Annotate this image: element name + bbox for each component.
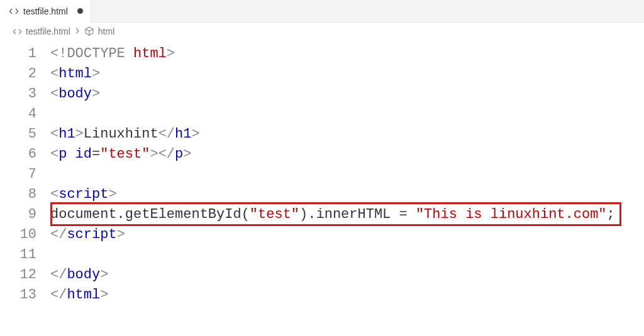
code-line[interactable] (50, 104, 644, 124)
line-number: 10 (0, 225, 36, 245)
tab-filename: testfile.html (23, 6, 68, 16)
breadcrumb-file[interactable]: testfile.html (26, 26, 70, 36)
line-number: 8 (0, 185, 36, 205)
code-line[interactable]: <body> (50, 84, 644, 104)
line-number: 6 (0, 144, 36, 165)
chevron-right-icon (74, 27, 80, 36)
symbol-struct-icon (84, 26, 94, 36)
code-file-icon (13, 27, 22, 36)
modified-dot-icon (77, 8, 83, 14)
line-number: 4 (0, 104, 36, 124)
code-line[interactable]: </html> (50, 285, 644, 305)
breadcrumb: testfile.html html (0, 23, 644, 40)
code-editor[interactable]: 1 2 3 4 5 6 7 8 9 10 11 12 13 <!DOCTYPE … (0, 40, 644, 305)
file-tab[interactable]: testfile.html (0, 0, 91, 23)
code-line[interactable]: <h1>Linuxhint</h1> (50, 124, 644, 144)
code-line[interactable]: </script> (50, 225, 644, 245)
code-line[interactable]: document.getElementById("test").innerHTM… (50, 205, 644, 225)
code-line[interactable]: <p id="test"></p> (50, 144, 644, 165)
line-number: 12 (0, 265, 36, 285)
line-gutter: 1 2 3 4 5 6 7 8 9 10 11 12 13 (0, 44, 50, 305)
code-line[interactable] (50, 245, 644, 265)
line-number: 2 (0, 64, 36, 84)
code-content[interactable]: <!DOCTYPE html> <html> <body> <h1>Linuxh… (50, 44, 644, 305)
code-line[interactable]: <html> (50, 64, 644, 84)
code-line[interactable]: <script> (50, 185, 644, 205)
code-line[interactable]: </body> (50, 265, 644, 285)
line-number: 11 (0, 245, 36, 265)
code-line[interactable]: <!DOCTYPE html> (50, 44, 644, 64)
line-number: 3 (0, 84, 36, 104)
line-number: 5 (0, 124, 36, 144)
code-line[interactable] (50, 165, 644, 185)
tab-bar: testfile.html (0, 0, 644, 23)
line-number: 1 (0, 44, 36, 64)
line-number: 13 (0, 285, 36, 305)
line-number: 7 (0, 165, 36, 185)
breadcrumb-symbol[interactable]: html (98, 26, 114, 36)
code-file-icon (9, 6, 19, 16)
line-number: 9 (0, 205, 36, 225)
